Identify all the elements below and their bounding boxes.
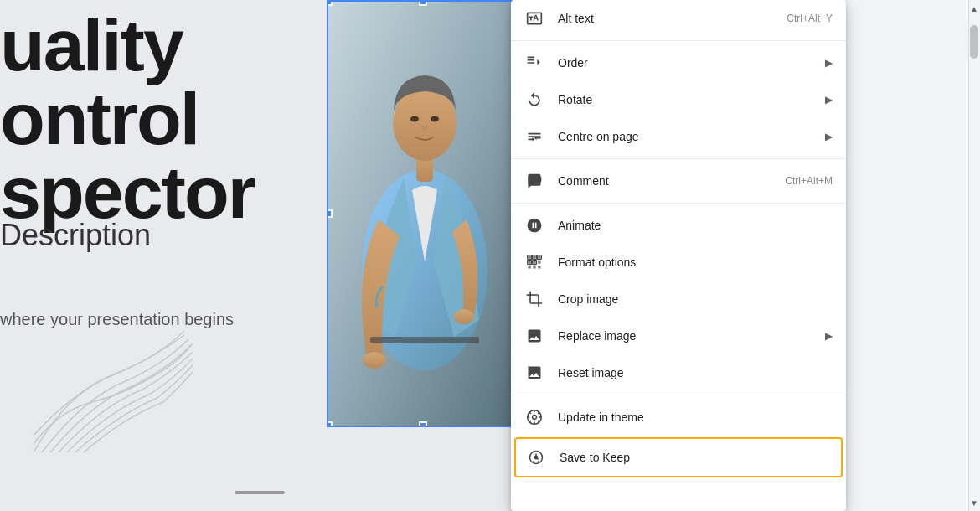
scrollbar-up-arrow[interactable]: ▲ <box>968 0 980 17</box>
slide-canvas: uality ontrol spector Description where … <box>0 0 519 511</box>
context-menu: Alt text Ctrl+Alt+Y Order ▶ Rotate ▶ Cen… <box>511 0 846 511</box>
svg-rect-8 <box>370 337 479 343</box>
comment-icon <box>524 171 544 191</box>
menu-item-animate[interactable]: Animate <box>511 207 846 244</box>
alt-text-icon <box>524 8 544 28</box>
menu-item-save-to-keep[interactable]: Save to Keep <box>514 437 843 477</box>
divider-4 <box>511 395 846 395</box>
rotate-icon <box>524 90 544 110</box>
reset-image-label: Reset image <box>558 366 833 379</box>
scrollbar-track: ▲ ▼ <box>968 0 980 511</box>
menu-item-crop-image[interactable]: Crop image <box>511 281 846 317</box>
divider-2 <box>511 158 846 159</box>
menu-item-reset-image[interactable]: Reset image <box>511 354 846 391</box>
keep-icon <box>526 447 546 467</box>
divider-3 <box>511 203 846 204</box>
animate-label: Animate <box>558 219 833 232</box>
selected-image[interactable] <box>327 0 519 427</box>
centre-icon <box>524 126 544 147</box>
menu-item-order[interactable]: Order ▶ <box>511 44 846 81</box>
alt-text-shortcut: Ctrl+Alt+Y <box>787 13 833 24</box>
scrollbar-thumb[interactable] <box>970 25 978 59</box>
reset-image-icon <box>524 363 544 383</box>
rotate-label: Rotate <box>558 93 825 106</box>
handle-bottom-left[interactable] <box>327 421 333 427</box>
handle-middle-left[interactable] <box>327 209 333 218</box>
order-label: Order <box>558 56 825 70</box>
menu-item-format-options[interactable]: Format options <box>511 244 846 281</box>
menu-item-centre[interactable]: Centre on page ▶ <box>511 118 846 155</box>
title-line2: ontrol <box>0 82 255 156</box>
image-background <box>328 2 518 426</box>
slide-page-indicator <box>235 491 285 494</box>
scrollbar-down-arrow[interactable]: ▼ <box>968 494 980 511</box>
slide-title: uality ontrol spector <box>0 8 255 230</box>
centre-label: Centre on page <box>558 130 825 143</box>
order-icon <box>524 53 544 73</box>
comment-label: Comment <box>558 174 785 188</box>
menu-item-rotate[interactable]: Rotate ▶ <box>511 81 846 118</box>
crop-icon <box>524 289 544 309</box>
update-theme-label: Update in theme <box>558 410 833 424</box>
svg-point-4 <box>410 116 419 122</box>
handle-top-middle[interactable] <box>419 0 427 6</box>
menu-item-update-theme[interactable]: Update in theme <box>511 399 846 436</box>
animate-icon <box>524 215 544 235</box>
handle-bottom-middle[interactable] <box>419 421 427 427</box>
crop-image-label: Crop image <box>558 292 833 306</box>
menu-item-replace-image[interactable]: Replace image ▶ <box>511 317 846 354</box>
format-options-label: Format options <box>558 256 833 269</box>
centre-arrow: ▶ <box>825 131 833 142</box>
menu-item-comment[interactable]: Comment Ctrl+Alt+M <box>511 163 846 199</box>
person-illustration <box>328 2 518 426</box>
title-line1: uality <box>0 8 255 82</box>
slide-subtitle: Description <box>0 218 151 253</box>
svg-point-16 <box>533 416 537 420</box>
svg-point-18 <box>534 456 537 458</box>
order-arrow: ▶ <box>825 57 833 69</box>
rotate-arrow: ▶ <box>825 94 833 106</box>
menu-item-alt-text[interactable]: Alt text Ctrl+Alt+Y <box>511 0 846 37</box>
decorative-wireframe <box>25 327 193 461</box>
svg-point-6 <box>363 352 386 369</box>
comment-shortcut: Ctrl+Alt+M <box>785 175 833 187</box>
replace-image-arrow: ▶ <box>825 330 833 342</box>
save-to-keep-label: Save to Keep <box>560 451 831 464</box>
format-options-icon <box>524 252 544 272</box>
svg-point-5 <box>431 116 439 122</box>
divider-1 <box>511 40 846 41</box>
handle-top-left[interactable] <box>327 0 333 6</box>
replace-image-icon <box>524 326 544 346</box>
replace-image-label: Replace image <box>558 329 825 343</box>
update-theme-icon <box>524 407 544 427</box>
alt-text-label: Alt text <box>558 12 787 25</box>
svg-point-7 <box>454 309 474 324</box>
